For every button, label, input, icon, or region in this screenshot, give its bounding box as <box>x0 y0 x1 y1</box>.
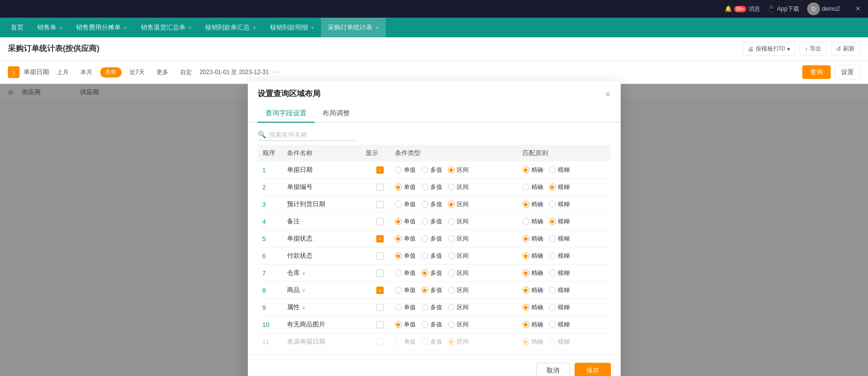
radio-range[interactable]: 区间 <box>448 303 469 312</box>
checkbox[interactable] <box>376 269 384 277</box>
radio-single[interactable]: 单值 <box>395 269 416 277</box>
radio-range[interactable]: 区间 <box>448 252 469 260</box>
match-exact[interactable]: 精确 <box>523 321 543 329</box>
match-exact[interactable]: 精确 <box>523 252 543 260</box>
radio-range[interactable]: 区间 <box>448 166 469 174</box>
radio-single[interactable]: 单值 <box>395 303 416 312</box>
match-fuzzy[interactable]: 模糊 <box>549 338 570 346</box>
checkbox[interactable] <box>376 201 384 208</box>
close-tab-verify[interactable]: × <box>253 25 256 30</box>
radio-single[interactable]: 单值 <box>395 217 416 226</box>
row-display-toggle[interactable] <box>366 287 395 294</box>
close-tab-purchase[interactable]: × <box>375 25 378 30</box>
row-display-toggle[interactable] <box>366 218 395 225</box>
checkbox[interactable] <box>376 252 384 260</box>
nav-tab-sales[interactable]: 销售单 × <box>30 18 69 37</box>
radio-range[interactable]: 区间 <box>448 286 469 295</box>
radio-single[interactable]: 单值 <box>395 338 416 346</box>
checkbox[interactable] <box>376 321 384 328</box>
radio-range[interactable]: 区间 <box>448 321 469 329</box>
radio-multi[interactable]: 多值 <box>421 252 442 260</box>
checkbox[interactable] <box>376 218 384 225</box>
radio-range[interactable]: 区间 <box>448 217 469 226</box>
radio-single[interactable]: 单值 <box>395 321 416 329</box>
radio-range[interactable]: 区间 <box>448 200 469 209</box>
user-menu[interactable]: D demo2 <box>807 2 840 15</box>
row-display-toggle[interactable] <box>366 321 395 328</box>
top-close-btn[interactable]: × <box>856 4 860 13</box>
close-tab-return[interactable]: × <box>188 25 191 30</box>
checkbox[interactable] <box>376 287 384 294</box>
refresh-btn[interactable]: ↺ 刷新 <box>831 42 860 55</box>
nav-tab-expense[interactable]: 销售费用分摊单 × <box>69 18 133 37</box>
match-exact[interactable]: 精确 <box>523 183 543 191</box>
match-fuzzy[interactable]: 模糊 <box>549 166 570 174</box>
nav-home[interactable]: 首页 <box>4 18 30 37</box>
close-tab-expense[interactable]: × <box>124 25 127 30</box>
match-fuzzy[interactable]: 模糊 <box>549 200 570 209</box>
nav-tab-verify[interactable]: 核销到款单汇总 × <box>198 18 263 37</box>
export-btn[interactable]: ↑ 导出 <box>799 42 827 55</box>
radio-range[interactable]: 区间 <box>448 269 469 277</box>
row-display-toggle[interactable] <box>366 304 395 311</box>
date-option-this-year[interactable]: 本年 <box>100 67 122 78</box>
date-option-more[interactable]: 更多 <box>153 67 172 78</box>
radio-multi[interactable]: 多值 <box>421 217 442 226</box>
match-exact[interactable]: 精确 <box>523 303 543 312</box>
cancel-btn[interactable]: 取消 <box>536 363 570 376</box>
row-display-toggle[interactable] <box>366 166 395 174</box>
match-exact[interactable]: 精确 <box>523 217 543 226</box>
match-fuzzy[interactable]: 模糊 <box>549 235 570 243</box>
match-exact[interactable]: 精确 <box>523 338 543 346</box>
nav-tab-return[interactable]: 销售退货汇总单 × <box>134 18 198 37</box>
radio-multi[interactable]: 多值 <box>421 269 442 277</box>
radio-single[interactable]: 单值 <box>395 252 416 260</box>
close-tab-detail[interactable]: × <box>311 25 314 30</box>
checkbox[interactable] <box>376 184 384 191</box>
date-option-7days[interactable]: 近7天 <box>126 67 149 78</box>
date-option-this-month[interactable]: 本月 <box>77 67 96 78</box>
radio-single[interactable]: 单值 <box>395 200 416 209</box>
more-options-btn[interactable]: ··· <box>273 68 279 77</box>
match-exact[interactable]: 精确 <box>523 269 543 277</box>
radio-multi[interactable]: 多值 <box>421 321 442 329</box>
radio-multi[interactable]: 多值 <box>421 286 442 295</box>
date-option-custom[interactable]: 自定 <box>176 67 196 78</box>
radio-range[interactable]: 区间 <box>448 183 469 191</box>
nav-tab-detail[interactable]: 核销到款明细 × <box>263 18 321 37</box>
dialog-close-btn[interactable]: × <box>605 89 611 99</box>
radio-multi[interactable]: 多值 <box>421 303 442 312</box>
radio-single[interactable]: 单值 <box>395 183 416 191</box>
set-btn[interactable]: 设置 <box>835 65 860 80</box>
checkbox[interactable] <box>376 235 384 242</box>
radio-range[interactable]: 区间 <box>448 338 469 346</box>
match-fuzzy[interactable]: 模糊 <box>549 252 570 260</box>
checkbox[interactable] <box>376 338 384 346</box>
radio-multi[interactable]: 多值 <box>421 338 442 346</box>
radio-single[interactable]: 单值 <box>395 166 416 174</box>
match-fuzzy[interactable]: 模糊 <box>549 321 570 329</box>
radio-range[interactable]: 区间 <box>448 235 469 243</box>
row-display-toggle[interactable] <box>366 235 395 242</box>
checkbox[interactable] <box>376 166 384 174</box>
tab-query-fields[interactable]: 查询字段设置 <box>258 105 315 123</box>
radio-multi[interactable]: 多值 <box>421 235 442 243</box>
app-download-btn[interactable]: 📱 App下载 <box>768 5 799 13</box>
tab-layout-adjust[interactable]: 布局调整 <box>315 105 358 123</box>
match-fuzzy[interactable]: 模糊 <box>549 269 570 277</box>
close-tab-sales[interactable]: × <box>59 25 62 30</box>
save-btn[interactable]: 保存 <box>575 363 611 376</box>
match-fuzzy[interactable]: 模糊 <box>549 217 570 226</box>
match-exact[interactable]: 精确 <box>523 235 543 243</box>
match-exact[interactable]: 精确 <box>523 200 543 209</box>
match-exact[interactable]: 精确 <box>523 286 543 295</box>
notification-btn[interactable]: 🔔 99+ 消息 <box>725 5 760 13</box>
radio-multi[interactable]: 多值 <box>421 200 442 209</box>
row-display-toggle[interactable] <box>366 201 395 208</box>
match-exact[interactable]: 精确 <box>523 166 543 174</box>
search-input[interactable] <box>269 131 347 138</box>
row-display-toggle[interactable] <box>366 269 395 277</box>
radio-multi[interactable]: 多值 <box>421 166 442 174</box>
date-option-last-month[interactable]: 上月 <box>53 67 73 78</box>
nav-tab-purchase[interactable]: 采购订单统计表 × <box>321 18 385 37</box>
